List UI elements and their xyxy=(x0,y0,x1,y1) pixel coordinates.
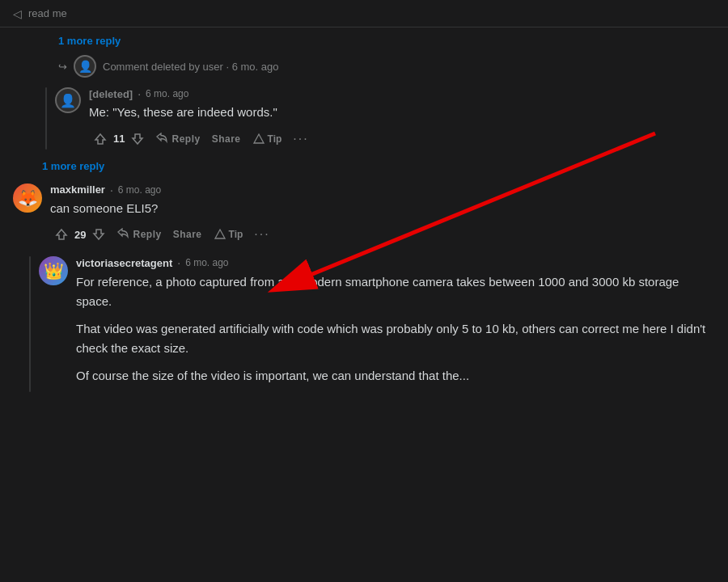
deleted-user-avatar: 👤 xyxy=(55,87,81,113)
more-replies-mid-link[interactable]: 1 more reply xyxy=(42,160,104,172)
deleted-dot: · xyxy=(138,87,141,100)
page-container: ◁ read me 1 more reply ↪ 👤 Comment delet… xyxy=(0,0,728,582)
maxkmiller-tip-label: Tip xyxy=(229,229,243,240)
deleted-upvote-btn[interactable] xyxy=(89,129,112,150)
top-bar: ◁ read me xyxy=(0,0,728,27)
maxkmiller-username[interactable]: maxkmiller xyxy=(50,183,105,196)
maxkmiller-vote-count: 29 xyxy=(74,229,86,241)
deleted-reply-btn[interactable]: Reply xyxy=(150,129,205,149)
downvote-icon-2 xyxy=(91,227,106,242)
deleted-username: [deleted] xyxy=(89,88,133,100)
tip-triangle-icon-2 xyxy=(214,228,226,241)
maxkmiller-comment: 🦊 maxkmiller · 6 mo. ago can someone ELI… xyxy=(0,177,728,252)
deleted-user-body: [deleted] · 6 mo. ago Me: "Yes, these ar… xyxy=(89,87,715,150)
maxkmiller-upvote-btn[interactable] xyxy=(50,224,73,245)
maxkmiller-avatar: 🦊 xyxy=(13,183,42,213)
top-bar-icon: ◁ xyxy=(13,7,22,20)
deleted-comment-body-text: Me: "Yes, these are indeed words." xyxy=(89,103,715,122)
reply-icon-2 xyxy=(116,228,129,241)
maxkmiller-timestamp: 6 mo. ago xyxy=(118,184,161,196)
maxkmiller-reply-label: Reply xyxy=(133,229,161,240)
victoria-indent-line[interactable] xyxy=(29,256,31,392)
deleted-reply-arrow-icon: ↪ xyxy=(58,61,67,73)
more-replies-mid[interactable]: 1 more reply xyxy=(0,154,728,177)
victoria-body: victoriasecretagent · 6 mo. ago For refe… xyxy=(76,256,715,392)
deleted-user-comment: 👤 [deleted] · 6 mo. ago Me: "Yes, these … xyxy=(0,82,728,154)
deleted-more-btn[interactable]: ··· xyxy=(288,129,313,150)
victoria-avatar: 👑 xyxy=(39,256,68,285)
deleted-comment-actions: 11 Reply Share xyxy=(89,129,715,150)
maxkmiller-actions: 29 Reply Share xyxy=(50,224,715,245)
victoria-timestamp: 6 mo. ago xyxy=(185,257,228,268)
tip-triangle-icon xyxy=(252,133,265,146)
deleted-share-label: Share xyxy=(212,133,241,145)
deleted-vote-count: 11 xyxy=(113,133,125,145)
upvote-icon-2 xyxy=(54,227,69,242)
deleted-timestamp: 6 mo. ago xyxy=(146,88,188,99)
deleted-user-header: [deleted] · 6 mo. ago xyxy=(89,87,715,100)
maxkmiller-reply-btn[interactable]: Reply xyxy=(112,225,166,244)
reply-icon xyxy=(155,133,168,146)
downvote-icon xyxy=(130,132,145,146)
more-replies-top-link[interactable]: 1 more reply xyxy=(58,35,121,47)
top-bar-text: read me xyxy=(28,7,67,19)
deleted-downvote-btn[interactable] xyxy=(126,129,149,150)
victoria-text-3: Of course the size of the video is impor… xyxy=(76,366,715,386)
victoria-username[interactable]: victoriasecretagent xyxy=(76,257,172,269)
victoria-dot: · xyxy=(177,256,180,269)
deleted-tip-btn[interactable]: Tip xyxy=(248,129,287,149)
victoria-header: victoriasecretagent · 6 mo. ago xyxy=(76,256,715,269)
maxkmiller-more-btn[interactable]: ··· xyxy=(249,224,274,245)
upvote-icon xyxy=(93,132,108,146)
deleted-comment-row: ↪ 👤 Comment deleted by user · 6 mo. ago xyxy=(0,50,728,82)
deleted-share-btn[interactable]: Share xyxy=(207,130,246,148)
maxkmiller-dot: · xyxy=(110,183,113,196)
deleted-tip-label: Tip xyxy=(268,133,282,145)
victoria-comment: 👑 victoriasecretagent · 6 mo. ago For re… xyxy=(0,251,728,397)
maxkmiller-share-btn[interactable]: Share xyxy=(168,226,207,243)
maxkmiller-body: maxkmiller · 6 mo. ago can someone ELI5?… xyxy=(50,183,715,246)
victoria-text-1: For reference, a photo captured from any… xyxy=(76,272,715,311)
maxkmiller-header: maxkmiller · 6 mo. ago xyxy=(50,183,715,196)
maxkmiller-text: can someone ELI5? xyxy=(50,200,715,218)
maxkmiller-share-label: Share xyxy=(173,229,202,240)
indent-line-deleted[interactable] xyxy=(45,87,47,150)
maxkmiller-tip-btn[interactable]: Tip xyxy=(209,225,248,244)
more-replies-top[interactable]: 1 more reply xyxy=(0,27,728,50)
victoria-text-2: That video was generated artificially wi… xyxy=(76,319,715,358)
maxkmiller-downvote-btn[interactable] xyxy=(87,224,110,245)
deleted-reply-label: Reply xyxy=(171,133,200,145)
deleted-comment-text: Comment deleted by user · 6 mo. ago xyxy=(103,61,279,73)
deleted-avatar-small: 👤 xyxy=(74,55,96,78)
